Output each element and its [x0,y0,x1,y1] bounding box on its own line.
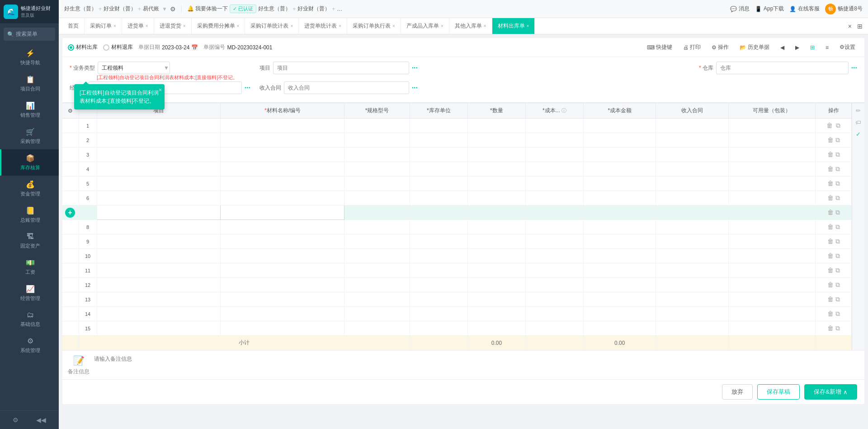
sidebar-item-ops[interactable]: 📈 经营管理 [0,280,59,306]
sidebar-item-basic[interactable]: 🗂 基础信息 [0,306,59,332]
operation-button[interactable]: ⚙ 操作 [708,42,732,53]
copy-row-icon[interactable]: ⧉ [835,324,840,332]
business-type-dropdown-icon[interactable]: ▼ [164,65,169,71]
calendar-icon[interactable]: 📅 [191,44,198,51]
topbar-link-hsy2[interactable]: 好生意（普） [258,5,291,13]
copy-row-icon[interactable]: ⧉ [836,122,840,129]
tab-other-receipt-close[interactable]: × [484,24,486,29]
tab-purchase-stats-close[interactable]: × [290,24,293,29]
warehouse-dots-button[interactable]: ··· [851,64,857,72]
delete-row-icon[interactable]: 🗑 [827,252,834,259]
tab-material-issue[interactable]: 材料出库单 × [492,18,535,34]
delete-row-icon[interactable]: 🗑 [827,223,834,230]
history-button[interactable]: 📂 历史单据 [736,42,773,53]
doc-date-value[interactable]: 2023-03-24 [162,44,189,51]
sidebar-item-funds[interactable]: 💰 资金管理 [0,176,59,202]
nav-next-button[interactable]: ▶ [792,43,803,52]
discard-button[interactable]: 放弃 [722,384,753,400]
sidebar-item-salary[interactable]: 💵 工资 [0,254,59,280]
sidebar-item-shortcut[interactable]: ⚡ 快捷导航 [0,44,59,71]
add-row-button[interactable]: + [65,208,75,218]
tab-goods-receipt-close[interactable]: × [146,24,148,29]
delete-row-icon[interactable]: 🗑 [826,122,833,129]
tab-purchase-stats[interactable]: 采购订单统计表 × [245,18,299,34]
tab-home[interactable]: 首页 [62,18,85,34]
delete-row-icon[interactable]: 🗑 [827,180,834,187]
sidebar-item-purchase[interactable]: 🛒 采购管理 [0,123,59,149]
copy-row-icon[interactable]: ⧉ [835,267,840,274]
topbar-link-hyc2[interactable]: 好业财（普） [297,5,330,13]
topbar-message[interactable]: 💬 消息 [730,5,750,13]
warehouse-input[interactable] [716,62,849,74]
tab-other-receipt[interactable]: 其他入库单 × [449,18,492,34]
cost-price-info-icon[interactable]: ⓘ [561,108,566,113]
copy-row-icon[interactable]: ⧉ [835,281,840,288]
shortcut-key-button[interactable]: ⌨ 快捷键 [643,42,676,53]
sidebar-item-project[interactable]: 📋 项目合同 [0,71,59,97]
tooltip-close-button[interactable]: × [159,86,162,94]
delete-row-icon[interactable]: 🗑 [827,194,834,201]
sidebar-item-sales[interactable]: 📊 销售管理 [0,97,59,123]
nav-prev-button[interactable]: ◀ [777,43,788,52]
tab-goods-stats-close[interactable]: × [339,24,341,29]
tab-purchase-order[interactable]: 采购订单 × [85,18,122,34]
copy-row-icon[interactable]: ⧉ [835,194,840,201]
tab-purchase-order-close[interactable]: × [113,24,116,29]
active-cell-material[interactable] [223,207,341,218]
radio-material-return[interactable]: 材料退库 [103,43,133,51]
copy-row-icon[interactable]: ⧉ [835,223,840,230]
tab-purchase-exec-close[interactable]: × [392,24,395,29]
tab-goods-stats[interactable]: 进货单统计表 × [299,18,347,34]
search-menu-button[interactable]: 🔍 搜索菜单 [4,28,55,41]
tab-purchase-expense[interactable]: 采购费用分摊单 × [192,18,245,34]
right-tag-button[interactable]: 🏷 [853,117,864,128]
settings-button[interactable]: ⚙设置 [836,42,859,53]
column-settings-icon[interactable]: ⚙ [68,108,73,114]
tab-finished-goods[interactable]: 产成品入库单 × [401,18,449,34]
copy-row-icon[interactable]: ⧉ [835,151,840,158]
tab-return-goods-close[interactable]: × [183,24,186,29]
delete-row-icon[interactable]: 🗑 [827,209,834,216]
copy-row-icon[interactable]: ⧉ [835,180,840,187]
right-check-button[interactable]: ✓ [853,129,864,139]
delete-row-icon[interactable]: 🗑 [827,281,834,288]
tab-goods-receipt[interactable]: 进货单 × [122,18,154,34]
topbar-more-link[interactable]: … [337,6,342,12]
copy-row-icon[interactable]: ⧉ [835,296,840,303]
copy-row-icon[interactable]: ⧉ [835,252,840,259]
tab-material-issue-close[interactable]: × [527,24,529,29]
sidebar-item-ledger[interactable]: 📒 总账管理 [0,202,59,228]
business-type-input[interactable] [98,62,170,74]
delete-row-icon[interactable]: 🗑 [827,267,834,274]
tab-purchase-exec[interactable]: 采购订单执行表 × [347,18,401,34]
topbar-user[interactable]: 畅 畅捷通8号 [825,4,863,14]
delete-row-icon[interactable]: 🗑 [827,238,834,245]
topbar-online-service[interactable]: 👤 在线客服 [789,5,820,13]
topbar-settings-button[interactable]: ⚙ [170,5,176,13]
print-button[interactable]: 🖨 打印 [679,42,704,53]
delete-row-icon[interactable]: 🗑 [827,296,834,303]
save-new-button[interactable]: 保存&新增 ∧ [804,384,857,400]
tab-return-goods[interactable]: 进退货货 × [154,18,192,34]
handler-dots-button[interactable]: ··· [245,84,250,92]
topbar-trial-link[interactable]: 🔔 我要体验一下 [187,5,228,13]
right-edit-button[interactable]: ✏ [853,105,864,116]
topbar-app-download[interactable]: 📱 App下载 [755,5,784,13]
topbar-link-hsy[interactable]: 好生意（普） [64,5,97,13]
copy-row-icon[interactable]: ⧉ [835,136,840,143]
delete-row-icon[interactable]: 🗑 [827,151,834,158]
income-contract-dots-button[interactable]: ··· [412,84,418,92]
save-draft-button[interactable]: 保存草稿 [757,384,800,400]
delete-row-icon[interactable]: 🗑 [827,324,834,332]
tab-finished-goods-close[interactable]: × [441,24,443,29]
sidebar-settings-button[interactable]: ⚙ [11,415,20,425]
copy-row-icon[interactable]: ⧉ [835,238,840,245]
copy-row-icon[interactable]: ⧉ [835,310,840,317]
topbar-link-ydz[interactable]: 易代账 [143,5,159,13]
tab-purchase-expense-close[interactable]: × [237,24,240,29]
radio-material-issue[interactable]: 材料出库 [68,43,98,51]
tab-split-view-button[interactable]: ⊞ [855,21,864,32]
grid-view-button[interactable]: ⊞ [807,43,818,52]
copy-row-icon[interactable]: ⧉ [835,209,840,216]
sidebar-collapse-button[interactable]: ◀◀ [34,415,48,425]
